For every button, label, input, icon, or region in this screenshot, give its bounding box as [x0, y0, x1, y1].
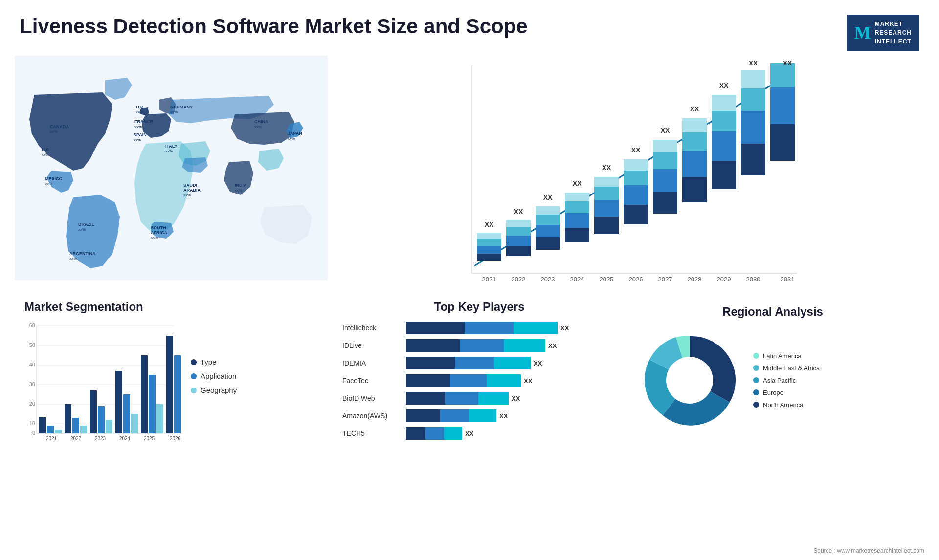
svg-rect-52 [624, 205, 648, 224]
svg-rect-103 [47, 426, 54, 433]
svg-rect-122 [166, 336, 173, 433]
svg-text:xx%: xx% [50, 129, 57, 134]
legend-middle-east-label: Middle East & Africa [763, 365, 820, 372]
main-content: CANADA xx% U.S. xx% MEXICO xx% BRAZIL xx… [0, 56, 939, 451]
svg-rect-49 [594, 177, 619, 187]
canada-label: CANADA [50, 124, 69, 129]
player-xx-amazon: XX [499, 412, 508, 420]
svg-rect-71 [712, 131, 736, 161]
svg-rect-47 [594, 200, 619, 217]
world-map-svg: CANADA xx% U.S. xx% MEXICO xx% BRAZIL xx… [15, 56, 328, 280]
player-bioidweb: BioID Web XX [342, 392, 616, 405]
svg-text:ARABIA: ARABIA [183, 188, 201, 193]
svg-rect-111 [98, 406, 105, 433]
svg-text:2031: 2031 [781, 276, 795, 283]
italy-label: ITALY [165, 144, 178, 149]
svg-rect-34 [536, 237, 560, 250]
svg-text:0: 0 [32, 430, 35, 436]
svg-rect-79 [741, 70, 765, 88]
svg-rect-43 [565, 193, 589, 201]
svg-text:xx%: xx% [288, 136, 295, 141]
uk-label: U.K. [136, 105, 145, 109]
svg-rect-53 [624, 185, 648, 205]
asia-pacific-dot [753, 377, 759, 383]
brazil-label: BRAZIL [78, 222, 94, 227]
svg-text:XX: XX [690, 105, 699, 113]
regional-section: Regional Analysis [626, 300, 919, 451]
svg-rect-46 [594, 217, 619, 234]
bar-idemia: XX [406, 357, 616, 369]
svg-rect-60 [653, 152, 677, 169]
bar-facetec: XX [406, 374, 616, 387]
logo-m-icon: M [854, 22, 871, 43]
svg-rect-48 [594, 187, 619, 200]
player-facetec: FaceTec XX [342, 374, 616, 387]
svg-rect-55 [624, 159, 648, 171]
svg-rect-118 [141, 355, 148, 433]
legend-geography: Geography [191, 386, 237, 394]
bar-tech5: XX [406, 427, 616, 440]
player-name-bioidweb: BioID Web [342, 394, 401, 402]
player-xx-idlive: XX [548, 342, 557, 349]
svg-rect-102 [39, 417, 46, 433]
svg-text:2029: 2029 [717, 276, 731, 283]
germany-label: GERMANY [170, 105, 193, 109]
source-text: Source : www.marketresearchintellect.com [813, 547, 924, 554]
bar-chart-svg: XX 2021 XX 2022 XX 2023 XX 2024 [337, 61, 915, 295]
india-label: INDIA [235, 183, 247, 188]
player-name-intellicheck: Intellicheck [342, 324, 401, 332]
player-intellicheck: Intellicheck XX [342, 322, 616, 334]
svg-rect-66 [682, 132, 707, 151]
svg-rect-65 [682, 151, 707, 177]
svg-text:30: 30 [29, 381, 35, 387]
svg-text:AFRICA: AFRICA [151, 230, 167, 235]
svg-text:2024: 2024 [119, 436, 131, 441]
svg-rect-108 [80, 426, 87, 433]
svg-rect-28 [506, 246, 531, 256]
page-title: Liveness Detection Software Market Size … [20, 15, 528, 38]
svg-text:60: 60 [29, 323, 35, 328]
legend-application: Application [191, 372, 237, 380]
regional-title: Regional Analysis [636, 305, 910, 319]
svg-rect-37 [536, 206, 560, 215]
svg-text:40: 40 [29, 362, 35, 367]
bar-idlive: XX [406, 339, 616, 352]
svg-rect-24 [477, 239, 501, 246]
svg-text:XX: XX [749, 61, 758, 67]
svg-rect-58 [653, 192, 677, 214]
svg-rect-106 [65, 404, 71, 433]
legend-asia-pacific-label: Asia Pacific [763, 377, 796, 384]
legend-europe: Europe [753, 389, 820, 396]
svg-rect-40 [565, 228, 589, 242]
svg-rect-30 [506, 227, 531, 236]
player-name-idlive: IDLive [342, 342, 401, 349]
svg-rect-22 [477, 254, 501, 261]
svg-point-126 [666, 357, 713, 404]
svg-text:2025: 2025 [144, 436, 155, 441]
latin-america-dot [753, 353, 759, 359]
svg-rect-104 [55, 430, 62, 433]
svg-text:xx%: xx% [235, 188, 242, 193]
player-xx-bioidweb: XX [512, 395, 520, 402]
legend-north-america-label: North America [763, 401, 803, 409]
donut-chart-area: Latin America Middle East & Africa Asia … [636, 326, 910, 434]
bar-bioidweb: XX [406, 392, 616, 405]
donut-svg [636, 326, 743, 434]
svg-rect-115 [123, 394, 130, 433]
svg-rect-116 [131, 414, 138, 433]
svg-rect-78 [741, 88, 765, 111]
legend-geography-label: Geography [201, 386, 237, 394]
geography-dot [191, 388, 197, 393]
svg-text:XX: XX [661, 127, 670, 134]
svg-rect-114 [115, 371, 122, 433]
svg-text:XX: XX [783, 61, 792, 67]
svg-rect-42 [565, 201, 589, 213]
legend-latin-america-label: Latin America [763, 352, 802, 360]
svg-text:xx%: xx% [134, 138, 141, 142]
svg-rect-112 [106, 420, 112, 433]
svg-text:xx%: xx% [183, 193, 191, 197]
segmentation-chart-svg: 60 50 40 30 20 10 0 [24, 319, 181, 446]
svg-rect-120 [156, 404, 163, 433]
svg-rect-70 [712, 161, 736, 189]
segmentation-legend: Type Application Geography [191, 358, 237, 404]
